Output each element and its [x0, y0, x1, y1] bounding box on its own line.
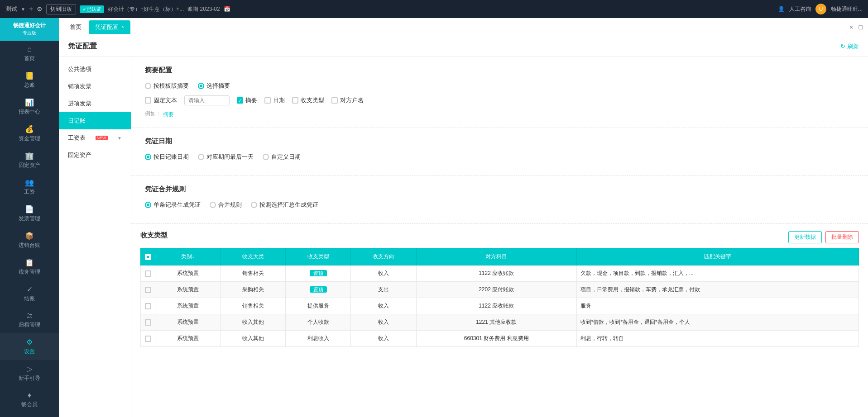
checkbox-date[interactable]: 日期 [264, 96, 285, 104]
row-subject: 1221 其他应收款 [416, 314, 576, 331]
merge-rules-radio-group: 单条记录生成凭证 合并规则 按照选择汇总生成凭证 [145, 201, 854, 209]
config-sidebar-public[interactable]: 公共选项 [59, 61, 131, 78]
config-main: 摘要配置 按模板版摘要 选择摘要 [131, 57, 868, 417]
reports-icon: 📊 [25, 98, 34, 107]
sidebar-label-ledger: 总账 [24, 81, 35, 89]
sidebar-item-funds[interactable]: 💰 资金管理 [0, 120, 59, 147]
checkbox-income-type[interactable]: 收支类型 [292, 96, 324, 104]
radio-merge-label: 合并规则 [218, 201, 242, 209]
settle-icon: ✓ [27, 285, 33, 294]
top-bar-gear[interactable]: ⚙ [37, 5, 43, 13]
row-checkbox[interactable] [145, 336, 151, 342]
checkbox-counterpart[interactable]: 对方户名 [331, 96, 364, 104]
row-subject: 660301 财务费用 利息费用 [416, 331, 576, 347]
row-major-type: 销售相关 [221, 298, 286, 314]
config-sidebar-journal[interactable]: 日记账 [59, 112, 131, 129]
radio-custom-date[interactable]: 自定义日期 [263, 153, 301, 161]
row-checkbox-cell[interactable] [141, 331, 155, 347]
table-body: 系统预置销售相关置顶收入1122 应收账款欠款，现金，项目款，到款，报销款，汇入… [141, 265, 859, 347]
sidebar-item-salary[interactable]: 👥 工资 [0, 174, 59, 200]
row-category: 系统预置 [155, 298, 221, 314]
sidebar-logo-text: 畅捷通好会计专业版 [13, 22, 46, 36]
sidebar-label-assets: 固定资产 [19, 161, 40, 169]
row-checkbox[interactable] [145, 287, 151, 293]
checkbox-fixed-text[interactable]: 固定文本 [145, 96, 177, 104]
row-checkbox-cell[interactable] [141, 282, 155, 298]
radio-select-summary[interactable]: 选择摘要 [198, 82, 230, 90]
page-content: 凭证配置 ↻ 刷新 公共选项 销项发票 [59, 36, 868, 417]
sidebar-item-purchase[interactable]: 📦 进销台账 [0, 227, 59, 254]
voucher-date-section: 凭证日期 按日记账日期 对应期间最后一天 [131, 128, 868, 176]
config-sidebar-payroll[interactable]: 工资表 NEW ▼ [59, 129, 131, 147]
radio-single-dot [145, 202, 151, 208]
radio-select-dot [198, 83, 204, 89]
window-close-icon[interactable]: × [849, 24, 853, 31]
checkbox-summary[interactable]: ✓ 摘要 [237, 96, 257, 104]
support-button[interactable]: 人工咨询 [789, 5, 811, 13]
config-sidebar-sales-invoice[interactable]: 销项发票 [59, 78, 131, 95]
example-value: 摘要 [163, 111, 174, 118]
radio-single-record[interactable]: 单条记录生成凭证 [145, 201, 201, 209]
sidebar-item-ledger[interactable]: 📒 总账 [0, 67, 59, 94]
row-checkbox-cell[interactable] [141, 298, 155, 314]
sidebar-item-invoice[interactable]: 📄 发票管理 [0, 200, 59, 227]
radio-journal-date[interactable]: 按日记账日期 [145, 153, 189, 161]
row-category: 系统预置 [155, 282, 221, 298]
top-bar-chevron[interactable]: ▼ [21, 7, 25, 12]
radio-summary-dot [251, 202, 257, 208]
sidebar-label-purchase: 进销台账 [19, 242, 40, 249]
config-sidebar-purchase-invoice[interactable]: 进项发票 [59, 95, 131, 112]
row-checkbox[interactable] [145, 303, 151, 309]
sidebar-item-assets[interactable]: 🏢 固定资产 [0, 147, 59, 174]
income-expense-table: ■ 类别↓ 收支大类 收支类型 收支方向 对方科目 匹配关键字 [140, 248, 859, 347]
radio-select-label: 选择摘要 [206, 82, 230, 90]
top-bar-plus[interactable]: + [29, 5, 33, 13]
config-sidebar-fixed-assets[interactable]: 固定资产 [59, 147, 131, 164]
radio-journal-date-dot [145, 154, 151, 160]
tab-close-icon[interactable]: × [121, 24, 124, 29]
top-bar-right: 👤 人工咨询 U 畅捷通旺旺... [778, 4, 863, 14]
sidebar-item-settings[interactable]: ⚙ 设置 [0, 333, 59, 360]
support-icon: 👤 [778, 6, 785, 12]
row-checkbox-cell[interactable] [141, 314, 155, 331]
sidebar-item-member[interactable]: ♦ 畅会员 [0, 387, 59, 413]
radio-merge-rule[interactable]: 合并规则 [210, 201, 242, 209]
row-major-type: 收入其他 [221, 331, 286, 347]
tab-home[interactable]: 首页 [64, 20, 87, 34]
row-keywords: 收到*借款，收到*备用金，退回*备用金，个人 [576, 314, 858, 331]
member-icon: ♦ [28, 391, 31, 399]
checkbox-summary-box: ✓ [237, 97, 243, 104]
sidebar-item-reports[interactable]: 📊 报表中心 [0, 94, 59, 120]
top-bar-title: 测试 [5, 5, 17, 13]
row-checkbox[interactable] [145, 319, 151, 326]
batch-delete-button[interactable]: 批量删除 [825, 231, 859, 243]
radio-template-label: 按模板版摘要 [153, 82, 189, 90]
radio-summary-label: 按照选择汇总生成凭证 [259, 201, 318, 209]
config-sidebar-purchase-invoice-label: 进项发票 [68, 100, 91, 108]
refresh-button[interactable]: ↻ 刷新 [840, 43, 859, 51]
example-row: 例如： 摘要 [145, 109, 854, 118]
row-checkbox-cell[interactable] [141, 265, 155, 282]
refresh-label: 刷新 [847, 43, 859, 51]
update-data-button[interactable]: 更新数据 [788, 231, 822, 243]
summary-config-title: 摘要配置 [145, 66, 854, 75]
sidebar-item-archive[interactable]: 🗂 归档管理 [0, 307, 59, 333]
sidebar-item-home[interactable]: ⌂ 首页 [0, 41, 59, 67]
switch-old-version-button[interactable]: 切到旧版 [46, 4, 76, 14]
radio-summary-generate[interactable]: 按照选择汇总生成凭证 [251, 201, 318, 209]
sidebar-label-salary: 工资 [24, 188, 35, 196]
window-maximize-icon[interactable]: □ [859, 24, 863, 31]
refresh-icon: ↻ [840, 43, 845, 50]
summary-radio-group: 按模板版摘要 选择摘要 [145, 82, 854, 90]
sidebar-item-tax[interactable]: 📋 税务管理 [0, 254, 59, 280]
sidebar-item-guide[interactable]: ▷ 新手引导 [0, 360, 59, 387]
fixed-text-input[interactable] [184, 95, 230, 105]
radio-last-day[interactable]: 对应期间最后一天 [198, 153, 254, 161]
sidebar-item-settle[interactable]: ✓ 结账 [0, 280, 59, 307]
radio-template-summary[interactable]: 按模板版摘要 [145, 82, 189, 90]
sidebar-label-funds: 资金管理 [19, 135, 40, 142]
table-row: 系统预置收入其他个人收款收入1221 其他应收款收到*借款，收到*备用金，退回*… [141, 314, 859, 331]
tab-voucher-config[interactable]: 凭证配置 × [89, 20, 130, 34]
th-checkbox[interactable]: ■ [141, 248, 155, 265]
row-checkbox[interactable] [145, 270, 151, 277]
